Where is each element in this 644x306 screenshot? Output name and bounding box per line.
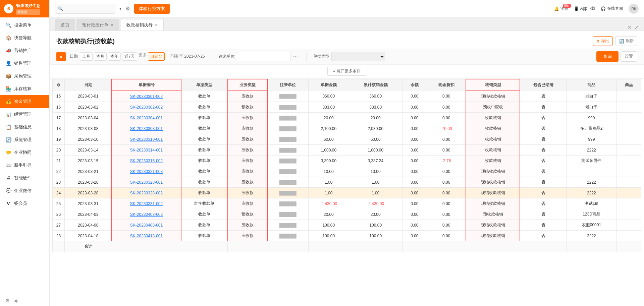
sidebar-item-search[interactable]: 🔍 搜索菜单 — [0, 19, 49, 32]
sidebar-item-purchase[interactable]: 📦 采购管理 — [0, 70, 49, 82]
table-cell[interactable]: SK-20230310-001 — [112, 134, 181, 145]
col-billtype-header: 单据类型 — [181, 79, 228, 91]
sidebar-item-enterprise[interactable]: 🤝 企业协同 — [0, 146, 49, 159]
table-cell[interactable]: SK-20230314-001 — [112, 145, 181, 156]
tab-prepay[interactable]: 预付款应付单 ✕ — [76, 19, 119, 30]
sidebar-item-system[interactable]: 🔄 系统管理 — [0, 133, 49, 146]
export-button[interactable]: ⬆ 导出 — [593, 36, 613, 46]
table-cell: 应收款 — [228, 113, 267, 123]
billtype-filter-select[interactable]: 收款单 红字收款单 — [331, 52, 385, 61]
table-cell[interactable]: SK-20230302-002 — [112, 102, 181, 113]
table-cell — [616, 198, 641, 209]
close-window-icon[interactable]: ✕ — [627, 24, 632, 30]
table-cell: 0.00 — [402, 188, 427, 198]
table-cell[interactable]: SK-20230408-001 — [112, 220, 181, 231]
messages-button[interactable]: 🔔 消息 99+ — [554, 6, 569, 11]
tab-receipt-verify-close[interactable]: ✕ — [155, 23, 158, 27]
table-cell: 0.00 — [402, 123, 427, 134]
table-cell: 20 — [53, 145, 65, 156]
table-cell: 应收款 — [228, 188, 267, 198]
sidebar-item-basic[interactable]: 📋 基础信息 — [0, 121, 49, 133]
topbar-gear-icon[interactable]: ⚙ — [125, 5, 130, 12]
online-service-button[interactable]: 🎧 在线客服 — [601, 6, 623, 11]
data-table-wrapper: ⚙ 日期 单据编号 单据类型 业务类型 往来单位 单据金额 累计核销金额 余额 … — [50, 79, 644, 306]
table-cell[interactable]: SK-20230328-001 — [112, 177, 181, 188]
table-cell: 收款单 — [181, 209, 228, 220]
table-cell: 0.00 — [402, 231, 427, 241]
search-icon: 🔍 — [58, 6, 63, 11]
message-badge: 99+ — [563, 4, 571, 8]
sidebar-item-hardware[interactable]: 🖨 智能硬件 — [0, 172, 49, 184]
table-cell: 预收款核销 — [466, 209, 520, 220]
partner-filter-dots[interactable]: ··· — [292, 53, 300, 60]
setting-button[interactable]: 设置 — [621, 51, 637, 62]
table-cell[interactable]: SK-20230403-002 — [112, 209, 181, 220]
table-cell: 26 — [53, 209, 65, 220]
table-cell: 预收中应收 — [466, 102, 520, 113]
sidebar-item-wechat[interactable]: 💬 企业微信 — [0, 184, 49, 197]
table-cell: 现结收款核销 — [466, 220, 520, 231]
maximize-icon[interactable]: ⤢ — [634, 24, 639, 30]
expand-more-button[interactable]: ▾ 展开更多条件 — [327, 67, 366, 76]
table-cell[interactable]: SK-20230418-001 — [112, 231, 181, 241]
avatar[interactable]: Rit — [629, 4, 639, 14]
sidebar-item-guide[interactable]: 📖 新手引导 — [0, 159, 49, 172]
table-cell: 21 — [53, 156, 65, 166]
collapse-icon[interactable]: ◀ — [14, 298, 17, 303]
date-last-7days[interactable]: 近7天 — [122, 52, 137, 61]
topbar-search-input[interactable] — [64, 6, 112, 11]
sidebar-item-marketing[interactable]: 📣 营销推广 — [0, 44, 49, 57]
table-cell[interactable]: SK-20230301-002 — [112, 91, 181, 102]
table-cell[interactable]: SK-20230308-001 — [112, 123, 181, 134]
table-cell — [616, 209, 641, 220]
date-custom[interactable]: 自定义 — [148, 52, 165, 61]
table-cell[interactable]: SK-20230331-002 — [112, 198, 181, 209]
col-product1-header: 商品 — [567, 79, 617, 91]
sidebar-item-operations[interactable]: 📊 经营管理 — [0, 108, 49, 121]
date-this-year[interactable]: 本年 — [108, 52, 121, 61]
query-button[interactable]: 查询 — [596, 51, 619, 62]
table-cell: 收款单 — [181, 188, 228, 198]
table-cell[interactable]: SK-20230321-003 — [112, 166, 181, 177]
table-cell: 24 — [53, 188, 65, 198]
table-cell: 0.00 — [427, 91, 466, 102]
topbar-dropdown-arrow[interactable]: ▾ — [119, 6, 121, 11]
inventory-icon: 🏪 — [5, 86, 11, 92]
table-cell[interactable]: SK-20230304-001 — [112, 113, 181, 123]
date-this-month[interactable]: 本月 — [94, 52, 107, 61]
solution-button[interactable]: 体验行业方案 — [134, 4, 170, 14]
partner-filter-label: 往来单位 — [219, 54, 235, 59]
sidebar-item-finance[interactable]: 💰 资金管理 — [0, 95, 49, 108]
sidebar-bottom: ⚙ ◀ — [0, 295, 49, 306]
sidebar-item-inventory[interactable]: 🏪 库存核算 — [0, 82, 49, 95]
tab-prepay-close[interactable]: ✕ — [110, 23, 114, 27]
sidebar-item-quick[interactable]: 🏠 快捷导航 — [0, 32, 49, 44]
date-last-month[interactable]: 上月 — [80, 52, 93, 61]
logo-icon: 6 — [4, 4, 13, 13]
table-cell: 999 — [567, 134, 617, 145]
col-settings-header[interactable]: ⚙ — [53, 79, 65, 91]
sidebar-item-member[interactable]: V 畅会员 — [0, 197, 49, 210]
table-cell[interactable]: SK-20230315-002 — [112, 156, 181, 166]
table-row: 212023-03-15SK-20230315-002收款单应收款██████3… — [53, 156, 641, 166]
tab-home[interactable]: 首页 — [55, 19, 75, 30]
table-cell[interactable]: SK-20230328-002 — [112, 188, 181, 198]
tab-receipt-verify[interactable]: 收款核销执行 ✕ — [121, 19, 164, 30]
date-filter-label: 日期 — [70, 54, 78, 59]
refresh-button[interactable]: 🔄 刷新 — [615, 36, 637, 46]
date-more-link[interactable]: 更多 — [139, 52, 147, 61]
partner-filter-input[interactable] — [237, 52, 290, 61]
sidebar-item-sales[interactable]: 👤 销售管理 — [0, 57, 49, 70]
app-download-button[interactable]: 📱 App下载 — [574, 6, 595, 11]
table-cell: 10.00 — [308, 166, 349, 177]
col-date-header: 日期 — [65, 79, 112, 91]
purchase-icon: 📦 — [5, 73, 11, 79]
page-title: 收款核销执行(按收款) — [56, 37, 115, 45]
table-cell: 0.00 — [402, 113, 427, 123]
filter-expand-button[interactable]: » — [56, 52, 66, 61]
filter-action-buttons: 查询 设置 — [596, 51, 637, 62]
settings-icon[interactable]: ⚙ — [5, 298, 10, 303]
table-row: 202023-03-14SK-20230314-001收款单应收款██████1… — [53, 145, 641, 156]
tabs-right-controls: ✕ ⤢ — [627, 24, 639, 30]
topbar-search-box[interactable]: 🔍 — [55, 4, 115, 14]
